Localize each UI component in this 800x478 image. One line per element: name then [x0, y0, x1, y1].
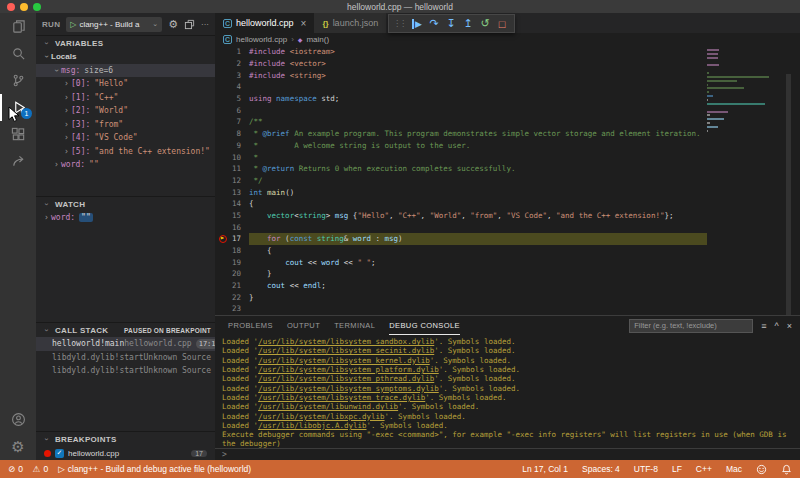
console-link[interactable]: /usr/lib/system/libunwind.dylib — [258, 402, 398, 411]
debug-console-input[interactable]: > — [215, 448, 800, 460]
debug-console-output[interactable]: Loaded '/usr/lib/system/libsystem_sandbo… — [215, 335, 800, 448]
call-stack-header[interactable]: CALL STACK PAUSED ON BREAKPOINT — [36, 323, 215, 337]
chevron-right-icon[interactable] — [62, 133, 71, 142]
activity-item-run-and-debug[interactable]: 1 — [0, 94, 36, 121]
statusbar-item[interactable]: Spaces: 4 — [582, 464, 620, 474]
variables-header[interactable]: VARIABLES — [36, 36, 215, 50]
code-line[interactable]: 20 } — [215, 268, 800, 280]
statusbar-item[interactable]: Mac — [726, 464, 742, 474]
current-breakpoint-icon[interactable] — [219, 235, 227, 243]
bell-icon[interactable] — [781, 464, 792, 475]
variable-row[interactable]: [0]:"Hello" — [36, 77, 215, 91]
more-actions-icon[interactable]: ··· — [201, 20, 209, 29]
stop-button[interactable]: □ — [494, 16, 510, 32]
launch-config-dropdown[interactable]: ▷ clang++ - Build a ⌄ — [66, 17, 162, 32]
callstack-frame[interactable]: libdyld.dylib!startUnknown Source — [36, 364, 215, 378]
start-debug-icon[interactable]: ▷ — [70, 20, 76, 29]
maximize-panel-icon[interactable]: ^ — [775, 321, 779, 331]
toolbar-drag-handle[interactable]: ⋮⋮ — [393, 19, 405, 28]
panel-tab-debug-console[interactable]: DEBUG CONSOLE — [389, 316, 460, 335]
code-line[interactable]: 19 cout << word << " "; — [215, 256, 800, 268]
code-line[interactable]: 21 cout << endl; — [215, 280, 800, 292]
chevron-right-icon[interactable] — [42, 213, 51, 222]
activity-item-remote[interactable] — [0, 148, 36, 175]
activity-item-search[interactable] — [0, 40, 36, 67]
chevron-right-icon[interactable] — [52, 160, 61, 169]
panel-tab-output[interactable]: OUTPUT — [287, 316, 320, 335]
code-line[interactable]: 9 * A welcome string is output to the us… — [215, 140, 800, 152]
code-line[interactable]: 12 */ — [215, 175, 800, 187]
console-link[interactable]: /usr/lib/system/libxpc.dylib — [258, 412, 384, 421]
continue-button[interactable]: ▶ — [409, 16, 425, 32]
statusbar-item[interactable]: Ln 17, Col 1 — [522, 464, 568, 474]
code-line[interactable]: 22} — [215, 291, 800, 303]
breadcrumb-symbol[interactable]: main() — [306, 35, 329, 44]
configure-gear-icon[interactable]: ⚙ — [168, 19, 178, 30]
console-filter-input[interactable] — [629, 319, 753, 333]
code-line[interactable]: 10 * — [215, 151, 800, 163]
debug-console-icon[interactable] — [184, 19, 195, 30]
watch-row[interactable]: word:"" — [36, 211, 215, 225]
restart-button[interactable]: ↺ — [477, 16, 493, 32]
chevron-right-icon[interactable] — [62, 93, 71, 102]
console-link[interactable]: /usr/lib/libobjc.A.dylib — [258, 421, 366, 430]
variable-row[interactable]: [5]:"and the C++ extension!" — [36, 145, 215, 159]
breakpoints-header[interactable]: BREAKPOINTS — [36, 432, 215, 446]
console-link[interactable]: /usr/lib/system/libsystem_sandbox.dylib — [258, 337, 434, 346]
console-link[interactable]: /usr/lib/system/libsystem_pthread.dylib — [258, 374, 434, 383]
tab-launch-json[interactable]: {}launch.json — [314, 13, 387, 33]
editor-scrollbar[interactable] — [786, 74, 791, 315]
code-line[interactable]: 14{ — [215, 198, 800, 210]
panel-tab-terminal[interactable]: TERMINAL — [334, 316, 375, 335]
watch-header[interactable]: WATCH — [36, 197, 215, 211]
breakpoint-checkbox[interactable]: ✓ — [55, 449, 64, 458]
code-line[interactable]: 17 for (const string& word : msg) — [215, 233, 800, 245]
activity-item-account[interactable] — [0, 406, 36, 433]
variable-row[interactable]: [4]:"VS Code" — [36, 131, 215, 145]
step-over-button[interactable]: ↷ — [426, 16, 442, 32]
variable-row[interactable]: msg:size=6 — [36, 64, 215, 78]
variable-row[interactable]: word:"" — [36, 158, 215, 172]
code-line[interactable]: 23 — [215, 303, 800, 315]
panel-tab-problems[interactable]: PROBLEMS — [228, 316, 273, 335]
console-link[interactable]: /usr/lib/system/libsystem_kernel.dylib — [258, 356, 430, 365]
activity-item-source-control[interactable] — [0, 67, 36, 94]
code-line[interactable]: 11 * @return Returns 0 when execution co… — [215, 163, 800, 175]
breakpoint-row[interactable]: ✓helloworld.cpp17 — [36, 446, 215, 460]
chevron-down-icon[interactable] — [52, 66, 61, 75]
output-options-icon[interactable]: ≡ — [761, 321, 766, 331]
code-line[interactable]: 18 { — [215, 245, 800, 257]
chevron-right-icon[interactable] — [62, 147, 71, 156]
chevron-right-icon[interactable] — [62, 79, 71, 88]
tab-helloworld-cpp[interactable]: Chelloworld.cpp× — [215, 13, 314, 33]
breadcrumb-file[interactable]: helloworld.cpp — [236, 35, 287, 44]
close-panel-icon[interactable]: × — [787, 321, 792, 331]
statusbar-item[interactable]: LF — [672, 464, 682, 474]
console-link[interactable]: /usr/lib/system/libsystem_secinit.dylib — [258, 346, 434, 355]
activity-item-explorer[interactable] — [0, 13, 36, 40]
statusbar-item[interactable]: C++ — [696, 464, 712, 474]
code-line[interactable]: 16 — [215, 221, 800, 233]
statusbar-debug-run[interactable]: ▷clang++ - Build and debug active file (… — [58, 464, 251, 474]
console-link[interactable]: /usr/lib/system/libsystem_symptoms.dylib — [258, 384, 439, 393]
variable-row[interactable]: Locals — [36, 50, 215, 64]
statusbar-warning[interactable]: ⚠0 — [33, 464, 48, 474]
console-link[interactable]: /usr/lib/system/libsystem_platform.dylib — [258, 365, 439, 374]
chevron-down-icon[interactable] — [42, 52, 51, 61]
activity-item-manage[interactable]: ⚙ — [0, 433, 36, 460]
activity-item-extensions[interactable] — [0, 121, 36, 148]
breadcrumb[interactable]: C helloworld.cpp › ◆ main() — [215, 33, 800, 46]
chevron-right-icon[interactable] — [62, 106, 71, 115]
code-editor[interactable]: 1#include <iostream>2#include <vector>3#… — [215, 46, 800, 315]
variable-row[interactable]: [3]:"from" — [36, 118, 215, 132]
code-line[interactable]: 13int main() — [215, 186, 800, 198]
variable-row[interactable]: [1]:"C++" — [36, 91, 215, 105]
feedback-icon[interactable] — [756, 464, 767, 475]
minimap[interactable] — [707, 48, 777, 136]
step-into-button[interactable]: ↧ — [443, 16, 459, 32]
chevron-right-icon[interactable] — [62, 120, 71, 129]
variable-row[interactable]: [2]:"World" — [36, 104, 215, 118]
callstack-frame[interactable]: helloworld!mainhelloworld.cpp17:1 — [36, 337, 215, 351]
statusbar-item[interactable]: UTF-8 — [634, 464, 658, 474]
code-line[interactable]: 15 vector<string> msg {"Hello", "C++", "… — [215, 210, 800, 222]
